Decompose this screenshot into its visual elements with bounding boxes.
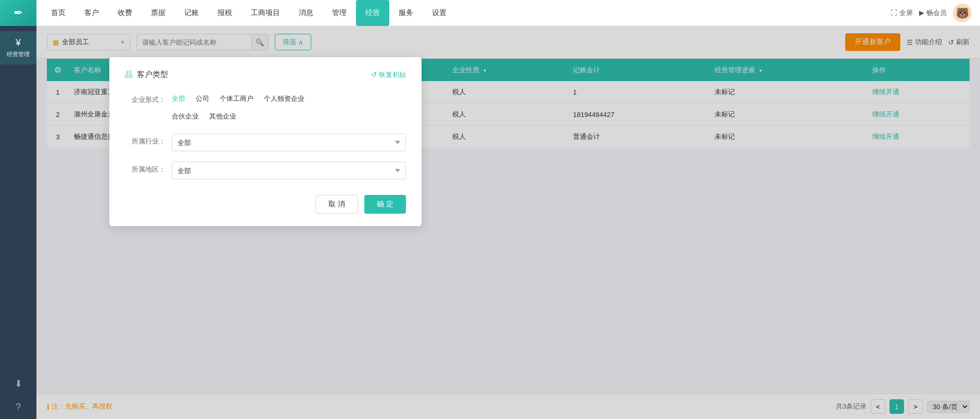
top-navigation: ✒ 首页 客户 收费 票据 记账 报税 工商项目 消息 管理 经营 服务 设置 … <box>0 0 980 26</box>
fullscreen-icon: ⛶ <box>890 9 897 17</box>
nav-home[interactable]: 首页 <box>42 0 75 26</box>
option-sole[interactable]: 个人独资企业 <box>264 92 304 106</box>
cancel-button[interactable]: 取 消 <box>315 195 358 214</box>
region-label: 所属地区： <box>125 162 172 174</box>
sidebar-operation-label: 经营管理 <box>7 50 30 58</box>
option-individual[interactable]: 个体工商户 <box>220 92 253 106</box>
logo[interactable]: ✒ <box>0 0 36 26</box>
nav-message[interactable]: 消息 <box>289 0 323 26</box>
industry-label: 所属行业： <box>125 134 172 146</box>
reset-icon: ↺ <box>371 71 377 78</box>
modal-footer: 取 消 确 定 <box>125 195 406 214</box>
vip-btn[interactable]: ▶ 畅会员 <box>919 8 947 18</box>
nav-menu: 首页 客户 收费 票据 记账 报税 工商项目 消息 管理 经营 服务 设置 <box>36 0 890 26</box>
sidebar-download[interactable]: ⬇ <box>0 372 36 396</box>
industry-row: 所属行业： 全部 <box>125 134 406 151</box>
main-content: ▦ 全部员工 ▾ 🔍 筛选 ∧ 开通新客户 ☰ 功能介绍 ↺ <box>36 26 980 419</box>
type-options-group: 全部 公司 个体工商户 个人独资企业 <box>172 92 406 106</box>
avatar[interactable]: 🐻 <box>953 4 972 22</box>
reset-label: 恢复初始 <box>379 70 406 80</box>
nav-business[interactable]: 工商项目 <box>241 0 289 26</box>
modal-title: 品 客户类型 <box>125 70 168 80</box>
nav-service[interactable]: 服务 <box>389 0 423 26</box>
option-other[interactable]: 其他企业 <box>209 110 236 123</box>
nav-bookkeeping[interactable]: 记账 <box>175 0 208 26</box>
modal-title-text: 客户类型 <box>137 70 168 80</box>
enterprise-form-options: 全部 公司 个体工商户 个人独资企业 合伙企业 其他企业 <box>172 92 406 123</box>
nav-manage[interactable]: 管理 <box>323 0 356 26</box>
industry-select-wrapper: 全部 <box>172 134 406 151</box>
option-partnership[interactable]: 合伙企业 <box>172 110 199 123</box>
nav-right-area: ⛶ 全屏 ▶ 畅会员 🐻 <box>890 4 980 22</box>
region-select[interactable]: 全部 <box>172 162 406 179</box>
logo-icon: ✒ <box>14 6 23 20</box>
sidebar-help[interactable]: ? <box>0 396 36 419</box>
filter-modal: 品 客户类型 ↺ 恢复初始 企业形式： 全部 公司 个 <box>109 57 422 226</box>
region-row: 所属地区： 全部 <box>125 162 406 179</box>
nav-ticket[interactable]: 票据 <box>142 0 175 26</box>
vip-label: 畅会员 <box>926 8 947 18</box>
sidebar: ¥ 经营管理 ⬇ ? <box>0 26 36 419</box>
sidebar-operation-icon: ¥ <box>16 37 21 48</box>
nav-operation[interactable]: 经营 <box>356 0 389 26</box>
nav-tax[interactable]: 报税 <box>208 0 241 26</box>
confirm-button[interactable]: 确 定 <box>364 195 406 214</box>
industry-select[interactable]: 全部 <box>172 134 406 151</box>
vip-icon: ▶ <box>919 9 924 17</box>
option-all[interactable]: 全部 <box>172 92 185 106</box>
type-options-group-2: 合伙企业 其他企业 <box>172 110 406 123</box>
fullscreen-label: 全屏 <box>899 8 913 18</box>
nav-settings[interactable]: 设置 <box>423 0 456 26</box>
modal-header: 品 客户类型 ↺ 恢复初始 <box>125 70 406 80</box>
sidebar-item-operation[interactable]: ¥ 经营管理 <box>0 31 36 64</box>
option-company[interactable]: 公司 <box>196 92 209 106</box>
enterprise-form-row: 企业形式： 全部 公司 个体工商户 个人独资企业 合伙企业 其他企业 <box>125 92 406 123</box>
modal-overlay: 品 客户类型 ↺ 恢复初始 企业形式： 全部 公司 个 <box>36 26 980 419</box>
nav-fee[interactable]: 收费 <box>108 0 142 26</box>
fullscreen-btn[interactable]: ⛶ 全屏 <box>890 8 913 18</box>
nav-customer[interactable]: 客户 <box>75 0 108 26</box>
modal-title-icon: 品 <box>125 70 133 80</box>
download-icon: ⬇ <box>15 378 22 389</box>
main-layout: ¥ 经营管理 ⬇ ? ▦ 全部员工 ▾ 🔍 筛选 <box>0 26 980 419</box>
help-icon: ? <box>16 402 21 413</box>
enterprise-form-label: 企业形式： <box>125 92 172 104</box>
region-select-wrapper: 全部 <box>172 162 406 179</box>
modal-reset-button[interactable]: ↺ 恢复初始 <box>371 70 406 80</box>
